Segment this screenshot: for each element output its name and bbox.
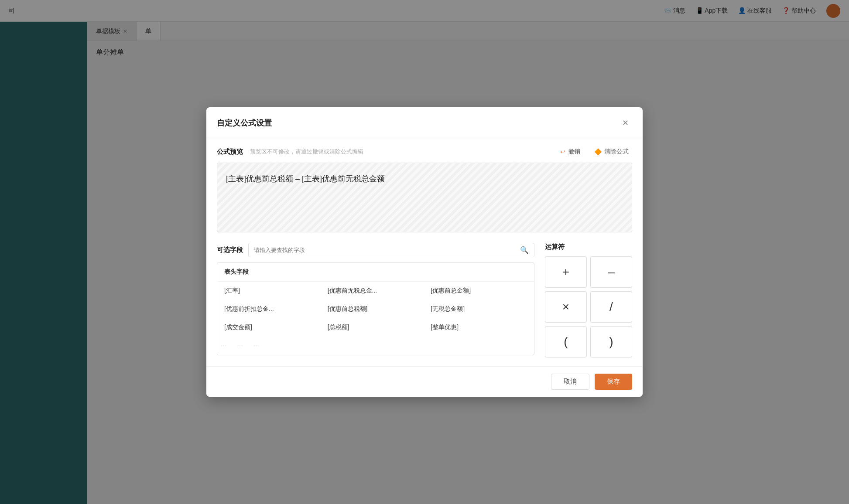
formula-text: [主表]优惠前总税额 – [主表]优惠前无税总金额: [226, 174, 385, 184]
dialog-footer: 取消 保存: [206, 366, 643, 397]
op-plus-button[interactable]: +: [545, 256, 587, 288]
operators-title: 运算符: [545, 243, 632, 251]
search-icon: 🔍: [520, 246, 529, 254]
fields-title: 可选字段: [217, 246, 243, 254]
fields-scroll[interactable]: [汇率] [优惠前无税总金... [优惠前总金额] [优惠前折扣总金... [优…: [217, 282, 534, 355]
dialog-header: 自定义公式设置 ✕: [206, 107, 643, 137]
op-left-paren-button[interactable]: (: [545, 326, 587, 358]
field-item[interactable]: [成交金额]: [221, 318, 324, 337]
fields-group-header: 表头字段: [217, 263, 534, 282]
search-input[interactable]: [254, 247, 517, 253]
search-box: 🔍: [248, 243, 534, 257]
formula-actions: ↩ 撤销 🔶 清除公式: [557, 146, 632, 157]
save-button[interactable]: 保存: [595, 374, 632, 390]
field-item[interactable]: [汇率]: [221, 282, 324, 300]
clear-icon: 🔶: [594, 148, 602, 155]
fields-section: 可选字段 🔍 表头字段 [汇率] [优惠前无税总金... [优惠前: [217, 243, 534, 355]
formula-hint: 预览区不可修改，请通过撤销或清除公式编辑: [250, 148, 550, 156]
clear-formula-button[interactable]: 🔶 清除公式: [591, 146, 632, 157]
field-item[interactable]: [无税总金额]: [427, 300, 531, 318]
fields-more: ··· ··· ···: [217, 340, 534, 355]
fields-grid: [汇率] [优惠前无税总金... [优惠前总金额] [优惠前折扣总金... [优…: [217, 282, 534, 340]
op-right-paren-button[interactable]: ): [590, 326, 632, 358]
dialog: 自定义公式设置 ✕ 公式预览 预览区不可修改，请通过撤销或清除公式编辑 ↩ 撤销…: [206, 107, 643, 397]
op-divide-button[interactable]: /: [590, 291, 632, 323]
close-button[interactable]: ✕: [618, 116, 632, 130]
operators-section: 运算符 + – × / ( ): [545, 243, 632, 358]
operators-grid: + – × / ( ): [545, 256, 632, 358]
op-multiply-button[interactable]: ×: [545, 291, 587, 323]
field-item[interactable]: [优惠前总税额]: [324, 300, 428, 318]
cancel-button[interactable]: 取消: [551, 374, 589, 390]
dialog-title: 自定义公式设置: [217, 118, 272, 128]
fields-table: 表头字段 [汇率] [优惠前无税总金... [优惠前总金额] [优惠前折扣总金.…: [217, 262, 534, 355]
field-item[interactable]: [整单优惠]: [427, 318, 531, 337]
formula-section-label: 公式预览: [217, 148, 243, 156]
field-item[interactable]: [优惠前总金额]: [427, 282, 531, 300]
undo-button[interactable]: ↩ 撤销: [557, 146, 584, 157]
field-item[interactable]: [优惠前无税总金...: [324, 282, 428, 300]
formula-display: [主表]优惠前总税额 – [主表]优惠前无税总金额: [217, 163, 632, 232]
undo-icon: ↩: [560, 148, 565, 155]
field-item[interactable]: [总税额]: [324, 318, 428, 337]
dialog-body: 公式预览 预览区不可修改，请通过撤销或清除公式编辑 ↩ 撤销 🔶 清除公式 [主…: [206, 137, 643, 366]
op-minus-button[interactable]: –: [590, 256, 632, 288]
field-item[interactable]: [优惠前折扣总金...: [221, 300, 324, 318]
formula-preview-row: 公式预览 预览区不可修改，请通过撤销或清除公式编辑 ↩ 撤销 🔶 清除公式: [217, 146, 632, 157]
modal-overlay: 自定义公式设置 ✕ 公式预览 预览区不可修改，请通过撤销或清除公式编辑 ↩ 撤销…: [0, 0, 849, 504]
fields-header: 可选字段 🔍: [217, 243, 534, 257]
fields-operators-row: 可选字段 🔍 表头字段 [汇率] [优惠前无税总金... [优惠前: [217, 243, 632, 358]
